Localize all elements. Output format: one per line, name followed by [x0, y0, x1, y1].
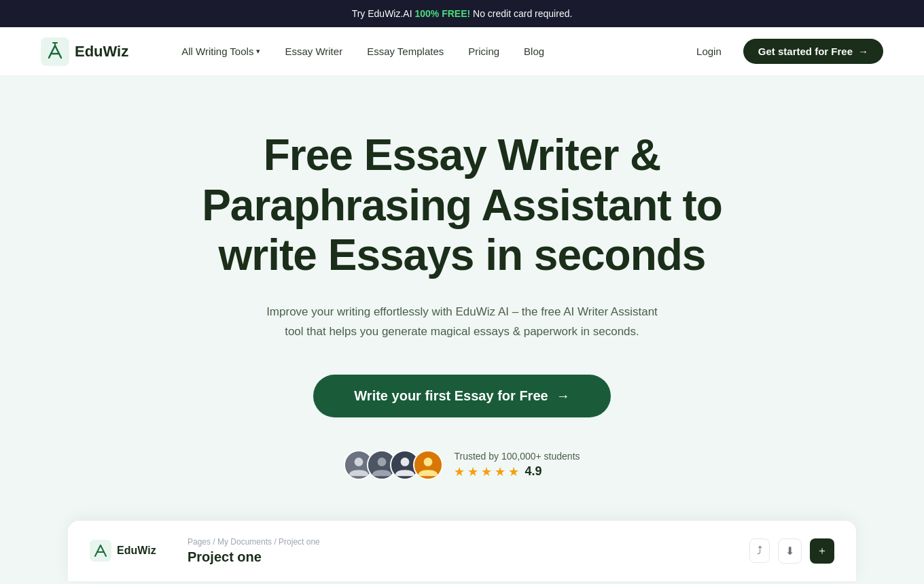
logo-icon — [41, 37, 69, 66]
social-text: Trusted by 100,000+ students ★ ★ ★ ★ ★ 4… — [454, 451, 580, 479]
star-icon: ★ — [467, 464, 478, 479]
star-icon: ★ — [495, 464, 505, 479]
banner-prefix: Try EduWiz.AI — [352, 8, 415, 19]
logo-link[interactable]: EduWiz — [41, 37, 128, 66]
arrow-right-icon: → — [858, 46, 868, 57]
card-share-button[interactable]: ⤴ — [749, 538, 770, 563]
banner-suffix: No credit card required. — [470, 8, 572, 19]
download-icon: ⬇ — [785, 545, 794, 557]
nav-item-essay-writer[interactable]: Essay Writer — [272, 40, 355, 63]
nav-link-pricing[interactable]: Pricing — [456, 40, 512, 63]
nav-link-essay-writer[interactable]: Essay Writer — [272, 40, 355, 63]
card-add-button[interactable]: ＋ — [810, 538, 834, 564]
star-icon: ★ — [481, 464, 492, 479]
nav-right: Login Get started for Free → — [686, 39, 883, 64]
plus-icon: ＋ — [817, 545, 828, 556]
rating-number: 4.9 — [525, 464, 541, 479]
logo-text: EduWiz — [75, 43, 128, 61]
svg-point-4 — [378, 458, 387, 466]
nav-item-pricing[interactable]: Pricing — [456, 40, 512, 63]
hero-section: Free Essay Writer & Paraphrasing Assista… — [0, 76, 924, 521]
avatar — [413, 450, 443, 480]
navbar: EduWiz All Writing Tools ▾ Essay Writer … — [0, 27, 924, 76]
card-logo-area: EduWiz — [90, 540, 171, 562]
bottom-card-preview: EduWiz Pages / My Documents / Project on… — [68, 521, 856, 581]
nav-link-essay-templates[interactable]: Essay Templates — [355, 40, 456, 63]
nav-link-blog[interactable]: Blog — [512, 40, 556, 63]
banner-highlight: 100% FREE! — [414, 8, 470, 19]
card-download-button[interactable]: ⬇ — [778, 538, 802, 564]
card-logo-text: EduWiz — [117, 545, 156, 557]
svg-rect-9 — [90, 540, 111, 562]
svg-point-2 — [355, 458, 363, 466]
card-logo-icon — [90, 540, 111, 562]
chevron-down-icon: ▾ — [256, 47, 260, 56]
nav-item-all-writing-tools[interactable]: All Writing Tools ▾ — [169, 40, 272, 63]
avatars — [344, 450, 443, 480]
svg-point-6 — [401, 458, 410, 466]
star-icon: ★ — [508, 464, 519, 479]
project-title: Project one — [188, 549, 733, 565]
breadcrumb: Pages / My Documents / Project one — [188, 537, 733, 547]
nav-item-essay-templates[interactable]: Essay Templates — [355, 40, 456, 63]
hero-title: Free Essay Writer & Paraphrasing Assista… — [197, 131, 727, 281]
login-button[interactable]: Login — [686, 40, 732, 63]
svg-point-8 — [424, 458, 433, 466]
nav-links: All Writing Tools ▾ Essay Writer Essay T… — [169, 40, 686, 63]
share-icon: ⤴ — [757, 545, 762, 556]
hero-cta-button[interactable]: Write your first Essay for Free → — [313, 375, 610, 417]
stars-row: ★ ★ ★ ★ ★ 4.9 — [454, 464, 580, 479]
star-icon: ★ — [454, 464, 465, 479]
top-banner: Try EduWiz.AI 100% FREE! No credit card … — [0, 0, 924, 27]
arrow-right-icon: → — [556, 388, 570, 404]
get-started-button[interactable]: Get started for Free → — [743, 39, 883, 64]
svg-rect-0 — [41, 37, 69, 66]
social-proof: Trusted by 100,000+ students ★ ★ ★ ★ ★ 4… — [344, 450, 580, 480]
nav-link-all-writing-tools[interactable]: All Writing Tools ▾ — [169, 40, 272, 63]
trusted-text: Trusted by 100,000+ students — [454, 451, 580, 462]
card-actions: ⤴ ⬇ ＋ — [749, 538, 834, 564]
nav-item-blog[interactable]: Blog — [512, 40, 556, 63]
breadcrumb-area: Pages / My Documents / Project one Proje… — [188, 537, 733, 565]
hero-subtitle: Improve your writing effortlessly with E… — [258, 303, 666, 342]
